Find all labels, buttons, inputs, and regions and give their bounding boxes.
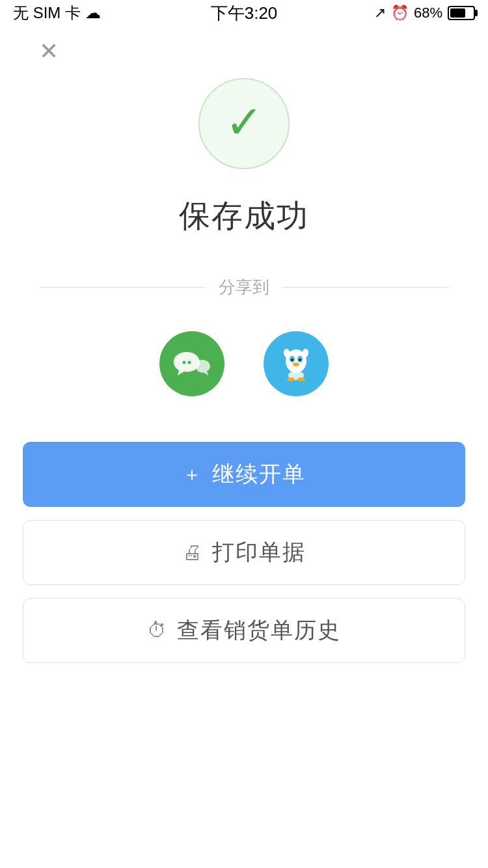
print-button[interactable]: 🖨 打印单据 (23, 520, 465, 585)
alarm-icon: ⏰ (391, 5, 409, 21)
history-icon: ⏱ (147, 619, 168, 642)
divider-line-left (39, 287, 206, 288)
svg-point-9 (293, 362, 299, 366)
continue-order-label: 继续开单 (212, 459, 306, 489)
status-right: ↗ ⏰ 68% (374, 5, 475, 21)
checkmark-icon: ✓ (225, 100, 264, 145)
close-button[interactable]: ✕ (33, 35, 65, 68)
battery-pct: 68% (414, 5, 442, 21)
action-buttons: ＋ 继续开单 🖨 打印单据 ⏱ 查看销货单历史 (23, 442, 465, 663)
plus-icon: ＋ (182, 461, 203, 488)
history-button[interactable]: ⏱ 查看销货单历史 (23, 598, 465, 663)
battery-icon (448, 6, 475, 20)
success-title: 保存成功 (179, 195, 309, 237)
success-circle: ✓ (198, 78, 290, 169)
svg-point-1 (183, 361, 186, 364)
main-content: ✓ 保存成功 分享到 (0, 26, 488, 663)
wechat-share-button[interactable] (159, 331, 224, 396)
signal-text: 无 SIM 卡 ☁ (13, 3, 101, 23)
svg-point-12 (287, 377, 295, 381)
print-label: 打印单据 (212, 537, 306, 567)
print-icon: 🖨 (182, 541, 203, 563)
status-left: 无 SIM 卡 ☁ (13, 3, 101, 23)
share-icons (159, 331, 329, 396)
location-icon: ↗ (374, 5, 386, 21)
svg-point-7 (291, 359, 293, 361)
qq-share-button[interactable] (264, 331, 329, 396)
status-bar: 无 SIM 卡 ☁ 下午3:20 ↗ ⏰ 68% (0, 0, 488, 26)
qq-icon (275, 343, 317, 385)
wechat-icon (171, 343, 213, 385)
svg-point-13 (297, 377, 305, 381)
close-icon: ✕ (39, 40, 59, 63)
share-divider: 分享到 (0, 276, 488, 299)
svg-point-2 (188, 361, 191, 364)
history-label: 查看销货单历史 (177, 616, 341, 645)
divider-line-right (282, 287, 449, 288)
continue-order-button[interactable]: ＋ 继续开单 (23, 442, 465, 507)
share-label: 分享到 (206, 276, 282, 299)
status-time: 下午3:20 (211, 2, 278, 25)
svg-point-8 (299, 359, 301, 361)
